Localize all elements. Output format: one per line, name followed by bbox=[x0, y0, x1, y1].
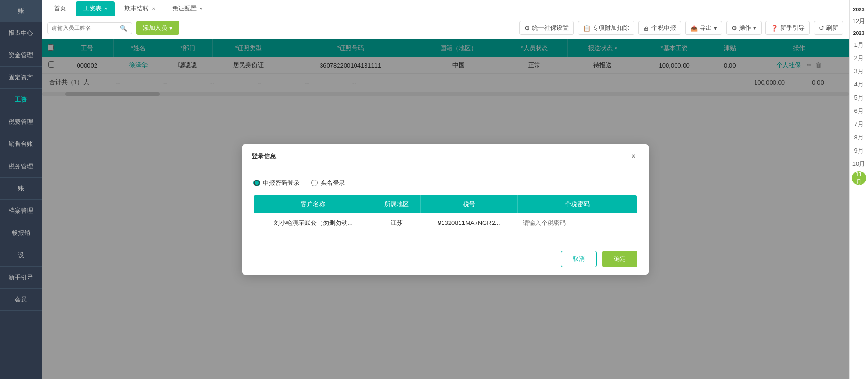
tab-voucher-close[interactable]: × bbox=[200, 6, 202, 11]
search-box[interactable]: 🔍 bbox=[47, 22, 132, 34]
timeline-month-4[interactable]: 4月 bbox=[851, 78, 868, 91]
dialog-body: 申报密码登录 实名登录 客户名称 所属地区 税号 bbox=[242, 169, 649, 243]
toolbar: 🔍 添加人员 ▾ ⚙ 统一社保设置 📋 专项附加扣除 🖨 个税申报 📤 导出 ▾… bbox=[42, 17, 849, 39]
radio-password-input[interactable] bbox=[253, 180, 260, 186]
timeline-month-6[interactable]: 6月 bbox=[851, 105, 868, 117]
cancel-button[interactable]: 取消 bbox=[561, 251, 597, 267]
deduction-icon: 📋 bbox=[583, 25, 590, 32]
sidebar-item-sales[interactable]: 销售台账 bbox=[0, 133, 42, 155]
radio-realname-input[interactable] bbox=[311, 180, 318, 186]
tax-icon: 🖨 bbox=[643, 25, 650, 32]
sidebar-item-archive[interactable]: 档案管理 bbox=[0, 200, 42, 222]
sidebar-item-tax[interactable]: 税务管理 bbox=[0, 155, 42, 178]
sidebar-item-account[interactable]: 账 bbox=[0, 0, 42, 22]
timeline-month-8[interactable]: 8月 bbox=[851, 131, 868, 144]
refresh-icon: ↺ bbox=[819, 25, 824, 32]
sidebar-item-salary[interactable]: 工资 bbox=[0, 89, 42, 111]
timeline-month-12[interactable]: 12月 bbox=[851, 15, 868, 27]
add-person-button[interactable]: 添加人员 ▾ bbox=[136, 21, 179, 35]
radio-realname-login[interactable]: 实名登录 bbox=[311, 179, 345, 187]
login-dialog: 登录信息 × 申报密码登录 实名登录 bbox=[242, 144, 649, 275]
refresh-button[interactable]: ↺ 刷新 bbox=[814, 21, 843, 35]
tab-period-close[interactable]: 期末结转 × bbox=[117, 1, 162, 16]
tab-voucher-config[interactable]: 凭证配置 × bbox=[165, 1, 210, 16]
sidebar-item-guide[interactable]: 新手引导 bbox=[0, 267, 42, 289]
social-icon: ⚙ bbox=[524, 25, 530, 32]
tab-period-close-btn[interactable]: × bbox=[152, 6, 155, 11]
timeline-year: 2023 bbox=[853, 7, 864, 12]
main-area: 首页 工资表 × 期末结转 × 凭证配置 × 🔍 添加人员 ▾ ⚙ 统一社保设置 bbox=[42, 0, 849, 379]
sidebar-item-ledger[interactable]: 账 bbox=[0, 178, 42, 200]
radio-group: 申报密码登录 实名登录 bbox=[253, 179, 637, 187]
timeline-year-2023: 2023 bbox=[853, 30, 864, 36]
timeline-month-1[interactable]: 1月 bbox=[851, 39, 868, 51]
sidebar: 账 报表中心 资金管理 固定资产 工资 税费管理 销售台账 税务管理 账 档案管… bbox=[0, 0, 42, 379]
guide-button[interactable]: ❓ 新手引导 bbox=[765, 21, 810, 35]
dialog-cell-client-name: 刘小艳演示账套（勿删勿动... bbox=[254, 213, 373, 233]
dialog-col-region: 所属地区 bbox=[373, 195, 420, 213]
dialog-table: 客户名称 所属地区 税号 个税密码 刘小艳演示账套（勿删勿动... 江苏 913… bbox=[253, 195, 637, 233]
timeline-month-3[interactable]: 3月 bbox=[851, 65, 868, 78]
operation-button[interactable]: ⚙ 操作 ▾ bbox=[726, 21, 762, 35]
sidebar-item-settings[interactable]: 设 bbox=[0, 244, 42, 267]
dialog-close-button[interactable]: × bbox=[628, 151, 639, 162]
tab-salary[interactable]: 工资表 × bbox=[76, 1, 115, 16]
password-input[interactable] bbox=[523, 219, 631, 226]
export-dropdown-icon: ▾ bbox=[714, 25, 717, 32]
export-icon: 📤 bbox=[690, 25, 698, 32]
timeline-month-11[interactable]: 11月 bbox=[852, 171, 866, 185]
confirm-button[interactable]: 确定 bbox=[602, 251, 637, 267]
timeline-month-9[interactable]: 9月 bbox=[851, 145, 868, 157]
dialog-footer: 取消 确定 bbox=[242, 243, 649, 275]
dialog-cell-password[interactable] bbox=[517, 213, 637, 233]
operation-icon: ⚙ bbox=[731, 25, 737, 32]
dropdown-icon: ▾ bbox=[169, 25, 173, 32]
dialog-overlay: 登录信息 × 申报密码登录 实名登录 bbox=[42, 39, 849, 379]
sidebar-item-tax-fee[interactable]: 税费管理 bbox=[0, 111, 42, 133]
search-input[interactable] bbox=[52, 25, 118, 31]
deduction-button[interactable]: 📋 专项附加扣除 bbox=[578, 21, 634, 35]
social-insurance-button[interactable]: ⚙ 统一社保设置 bbox=[519, 21, 574, 35]
radio-password-login[interactable]: 申报密码登录 bbox=[253, 179, 300, 187]
sidebar-item-expense[interactable]: 畅报销 bbox=[0, 222, 42, 244]
operation-dropdown-icon: ▾ bbox=[753, 25, 756, 32]
dialog-col-password: 个税密码 bbox=[517, 195, 637, 213]
sidebar-item-member[interactable]: 会员 bbox=[0, 289, 42, 311]
dialog-cell-tax-id: 91320811MA7NGR2... bbox=[421, 213, 518, 233]
tax-report-button[interactable]: 🖨 个税申报 bbox=[638, 21, 681, 35]
timeline-month-10[interactable]: 10月 bbox=[851, 158, 868, 170]
tab-bar: 首页 工资表 × 期末结转 × 凭证配置 × bbox=[42, 0, 849, 17]
timeline-month-5[interactable]: 5月 bbox=[851, 92, 868, 104]
tab-home[interactable]: 首页 bbox=[46, 1, 74, 16]
dialog-cell-region: 江苏 bbox=[373, 213, 420, 233]
timeline-month-7[interactable]: 7月 bbox=[851, 118, 868, 130]
dialog-header: 登录信息 × bbox=[242, 144, 649, 169]
tab-salary-close[interactable]: × bbox=[104, 6, 107, 11]
dialog-table-row: 刘小艳演示账套（勿删勿动... 江苏 91320811MA7NGR2... bbox=[254, 213, 637, 233]
dialog-col-client-name: 客户名称 bbox=[254, 195, 373, 213]
table-container: 工号 *姓名 *部门 *证照类型 *证照号码 国籍（地区） *人员状态 报送状态… bbox=[42, 39, 849, 379]
sidebar-item-capital[interactable]: 资金管理 bbox=[0, 44, 42, 67]
export-button[interactable]: 📤 导出 ▾ bbox=[685, 21, 722, 35]
sidebar-item-assets[interactable]: 固定资产 bbox=[0, 67, 42, 89]
dialog-col-tax-id: 税号 bbox=[421, 195, 518, 213]
timeline: 2023 12月 2023 1月 2月 3月 4月 5月 6月 7月 8月 9月… bbox=[849, 0, 868, 379]
search-icon: 🔍 bbox=[120, 25, 127, 32]
dialog-title: 登录信息 bbox=[252, 152, 276, 161]
guide-icon: ❓ bbox=[771, 25, 778, 32]
timeline-month-2[interactable]: 2月 bbox=[851, 52, 868, 64]
sidebar-item-report[interactable]: 报表中心 bbox=[0, 22, 42, 44]
